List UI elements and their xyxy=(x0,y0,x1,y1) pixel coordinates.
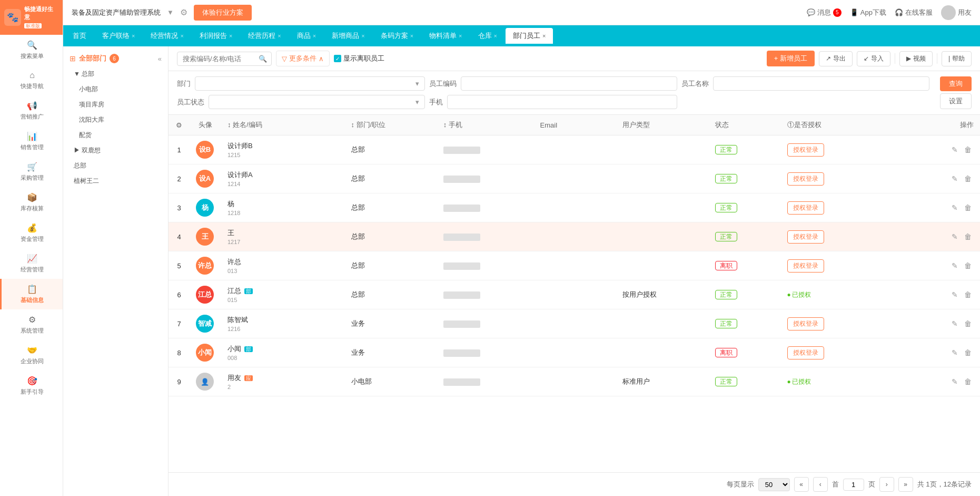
sidebar-item-企业协同[interactable]: 🤝 企业协同 xyxy=(0,340,63,371)
export-button[interactable]: ↗ 导出 xyxy=(819,51,853,66)
sidebar-item-资金管理[interactable]: 💰 资金管理 xyxy=(0,218,63,248)
sidebar-item-新手引导[interactable]: 🎯 新手引导 xyxy=(0,371,63,401)
sidebar-item-快捷导航[interactable]: ⌂ 快捷导航 xyxy=(0,65,63,95)
navtab-close-6[interactable]: × xyxy=(361,33,364,39)
edit-button-1[interactable]: ✎ xyxy=(949,173,960,184)
dept-item-3[interactable]: 沈阳大库 xyxy=(63,112,168,128)
dept-item-5[interactable]: ▶ 双鹿想 xyxy=(63,143,168,158)
dept-item-0[interactable]: ▼ 总部 xyxy=(63,66,168,82)
dept-item-7[interactable]: 植树王二 xyxy=(63,173,168,189)
edit-button-6[interactable]: ✎ xyxy=(949,318,960,329)
search-input[interactable] xyxy=(183,55,256,63)
auth-login-button-3[interactable]: 授权登录 xyxy=(787,230,824,244)
table-row[interactable]: 4 王 王 1217 总部 正常 授权登录 ✎ 🗑 xyxy=(169,222,980,251)
import-button[interactable]: ↙ 导入 xyxy=(857,51,890,66)
delete-button-4[interactable]: 🗑 xyxy=(962,260,974,271)
phone-input[interactable] xyxy=(447,95,677,109)
th-phone[interactable]: ↕ 手机 xyxy=(437,115,534,135)
auth-login-button-1[interactable]: 授权登录 xyxy=(787,172,824,186)
table-row[interactable]: 5 许总 许总 013 总部 离职 授权登录 ✎ 🗑 xyxy=(169,251,980,280)
sidebar-item-基础信息[interactable]: 📋 基础信息 xyxy=(0,279,63,309)
user-avatar[interactable]: 用友 xyxy=(941,5,972,20)
dept-item-1[interactable]: 小电部 xyxy=(63,82,168,97)
row-auth-2[interactable]: 授权登录 xyxy=(781,193,884,222)
row-auth-7[interactable]: 授权登录 xyxy=(781,338,884,367)
delete-button-8[interactable]: 🗑 xyxy=(962,376,974,387)
auth-login-button-4[interactable]: 授权登录 xyxy=(787,259,824,273)
page-size-select[interactable]: 50 100 xyxy=(758,478,790,491)
auth-login-button-7[interactable]: 授权登录 xyxy=(787,346,824,359)
prev-page-button[interactable]: ‹ xyxy=(813,477,828,492)
edit-button-8[interactable]: ✎ xyxy=(949,376,960,387)
navtab-经营历程[interactable]: 经营历程× xyxy=(241,28,288,44)
search-box[interactable]: 🔍 xyxy=(177,52,272,66)
row-auth-6[interactable]: 授权登录 xyxy=(781,309,884,338)
navtab-close-9[interactable]: × xyxy=(494,33,497,39)
dept-item-2[interactable]: 项目库房 xyxy=(63,97,168,112)
navtab-仓库[interactable]: 仓库× xyxy=(471,28,504,44)
sidebar-item-经营管理[interactable]: 📈 经营管理 xyxy=(0,248,63,279)
delete-button-1[interactable]: 🗑 xyxy=(962,173,974,184)
navtab-close-3[interactable]: × xyxy=(229,33,232,39)
row-auth-1[interactable]: 授权登录 xyxy=(781,164,884,193)
last-page-button[interactable]: » xyxy=(898,477,913,492)
row-auth-8[interactable]: 已授权 xyxy=(781,367,884,396)
auth-login-button-0[interactable]: 授权登录 xyxy=(787,143,824,157)
auth-login-button-2[interactable]: 授权登录 xyxy=(787,201,824,215)
navtab-经营情况[interactable]: 经营情况× xyxy=(143,28,191,44)
table-row[interactable]: 9 👤 用友 应 2 小电部 标准用户 正常 已授权 ✎ 🗑 xyxy=(169,367,980,396)
navtab-物料清单[interactable]: 物料清单× xyxy=(422,28,469,44)
navtab-close-1[interactable]: × xyxy=(132,33,135,39)
table-row[interactable]: 1 设B 设计师B 1215 总部 正常 授权登录 ✎ 🗑 xyxy=(169,135,980,164)
auth-login-button-6[interactable]: 授权登录 xyxy=(787,317,824,330)
online-service-button[interactable]: 🎧 在线客服 xyxy=(895,8,933,17)
navtab-利润报告[interactable]: 利润报告× xyxy=(192,28,240,44)
sidebar-item-搜索菜单[interactable]: 🔍 搜索菜单 xyxy=(0,35,63,65)
table-row[interactable]: 8 小闻 小闻 部 008 业务 离职 授权登录 ✎ 🗑 xyxy=(169,338,980,367)
navtab-close-2[interactable]: × xyxy=(180,33,183,39)
page-number-input[interactable] xyxy=(843,479,864,491)
delete-button-2[interactable]: 🗑 xyxy=(962,202,974,213)
edit-button-3[interactable]: ✎ xyxy=(949,231,960,242)
edit-button-2[interactable]: ✎ xyxy=(949,202,960,213)
dept-collapse-btn[interactable]: « xyxy=(158,55,162,63)
table-row[interactable]: 6 江总 江总 部 015 总部 按用户授权 正常 已授权 ✎ 🗑 xyxy=(169,280,980,309)
delete-button-6[interactable]: 🗑 xyxy=(962,318,974,329)
sidebar-item-采购管理[interactable]: 🛒 采购管理 xyxy=(0,157,63,187)
navtab-close-8[interactable]: × xyxy=(459,33,462,39)
expand-icon[interactable]: ▼ xyxy=(167,8,174,16)
navtab-新增商品[interactable]: 新增商品× xyxy=(324,28,372,44)
show-resigned-toggle[interactable]: ✓ 显示离职员工 xyxy=(334,54,384,63)
navtab-商品[interactable]: 商品× xyxy=(290,28,323,44)
next-page-button[interactable]: › xyxy=(879,477,894,492)
dept-item-6[interactable]: 总部 xyxy=(63,158,168,173)
app-download-button[interactable]: 📱 App下载 xyxy=(850,8,886,17)
sidebar-item-销售管理[interactable]: 📊 销售管理 xyxy=(0,126,63,157)
query-button[interactable]: 查询 xyxy=(940,76,972,91)
th-dept[interactable]: ↕ 部门/职位 xyxy=(345,115,437,135)
row-auth-5[interactable]: 已授权 xyxy=(781,280,884,309)
edit-button-4[interactable]: ✎ xyxy=(949,260,960,271)
dept-select[interactable]: ▾ xyxy=(195,76,425,91)
navtab-close-10[interactable]: × xyxy=(542,33,546,39)
table-row[interactable]: 2 设A 设计师A 1214 总部 正常 授权登录 ✎ 🗑 xyxy=(169,164,980,193)
first-page-button[interactable]: « xyxy=(794,477,809,492)
dept-item-4[interactable]: 配货 xyxy=(63,128,168,143)
reset-button[interactable]: 设置 xyxy=(940,93,972,109)
edit-button-5[interactable]: ✎ xyxy=(949,289,960,300)
navtab-条码方案[interactable]: 条码方案× xyxy=(373,28,421,44)
video-button[interactable]: ▶ 视频 xyxy=(899,51,933,66)
navtab-close-4[interactable]: × xyxy=(278,33,281,39)
help-button[interactable]: | 帮助 xyxy=(942,51,972,66)
emp-code-input[interactable] xyxy=(461,76,677,91)
edit-button-7[interactable]: ✎ xyxy=(949,347,960,358)
more-filter-btn[interactable]: ▽ 更多条件 ∧ xyxy=(276,51,330,66)
delete-button-3[interactable]: 🗑 xyxy=(962,231,974,242)
emp-name-input[interactable] xyxy=(713,76,929,91)
dept-header[interactable]: ⊞ 全部部门 6 « xyxy=(63,51,168,66)
delete-button-5[interactable]: 🗑 xyxy=(962,289,974,300)
table-row[interactable]: 7 智减 陈智斌 1216 业务 正常 授权登录 ✎ 🗑 xyxy=(169,309,980,338)
th-name[interactable]: ↕ 姓名/编码 xyxy=(221,115,345,135)
delete-button-7[interactable]: 🗑 xyxy=(962,347,974,358)
navtab-首页[interactable]: 首页 xyxy=(65,28,94,44)
